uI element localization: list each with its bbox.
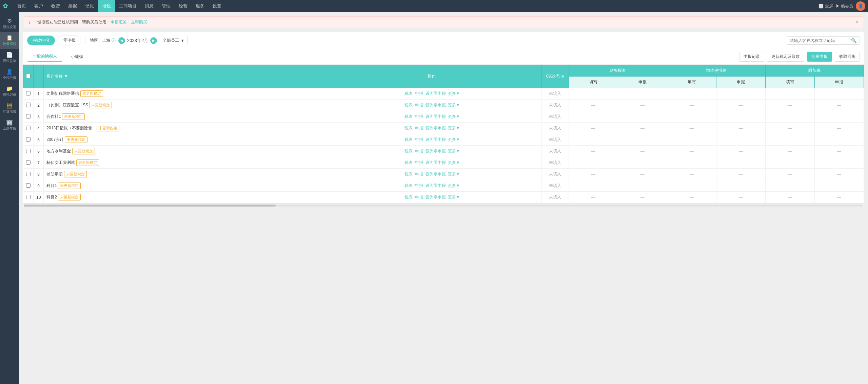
sidebar-item-batch-tax[interactable]: 📋 批量报税 (0, 32, 19, 49)
row-checkbox[interactable] (26, 195, 31, 199)
nav-business[interactable]: 工商项目 (115, 0, 141, 12)
sort-icon[interactable]: ▼ (64, 74, 68, 79)
nav-customer[interactable]: 客户 (30, 0, 47, 12)
sub-tab-general[interactable]: 一般的纳税人 (27, 52, 62, 62)
row-checkbox[interactable] (26, 172, 31, 176)
row-checkbox[interactable] (26, 126, 31, 130)
status-badge: 未更新税定 (89, 102, 112, 108)
op-tax-form[interactable]: 税表 (405, 114, 413, 119)
op-declare[interactable]: 申报 (415, 183, 423, 188)
tab-tax-declaration[interactable]: 税款申报 (27, 36, 55, 45)
op-zero-declare[interactable]: 设为零申报 (426, 160, 446, 165)
row-checkbox[interactable] (26, 91, 31, 95)
row-finance-declare: — (618, 111, 667, 123)
nav-tax[interactable]: 报税 (98, 0, 115, 12)
op-tax-form[interactable]: 税表 (405, 183, 413, 188)
op-tax-form[interactable]: 税表 (405, 172, 413, 176)
op-zero-declare[interactable]: 设为零申报 (426, 114, 446, 119)
op-more[interactable]: 更多▼ (448, 160, 460, 165)
op-tax-form[interactable]: 税表 (405, 160, 413, 165)
sidebar-item-tax-overview[interactable]: 📄 报税总览 (0, 49, 19, 66)
row-checkbox[interactable] (26, 149, 31, 153)
batch-declare-btn[interactable]: 批量申报 (807, 52, 832, 62)
nav-message[interactable]: 消息 (141, 0, 158, 12)
op-tax-form[interactable]: 税表 (405, 126, 413, 130)
op-more[interactable]: 更多▼ (448, 91, 460, 96)
nav-settings[interactable]: 设置 (209, 0, 225, 12)
op-more[interactable]: 更多▼ (448, 172, 460, 176)
select-all-checkbox[interactable] (26, 74, 31, 78)
fullscreen-btn[interactable]: ⬜ 全屏 (818, 3, 833, 9)
tab-zero-declaration[interactable]: 零申报 (58, 36, 81, 45)
op-zero-declare[interactable]: 设为零申报 (426, 195, 446, 199)
op-zero-declare[interactable]: 设为零申报 (426, 126, 446, 130)
row-add-declare: — (814, 180, 864, 192)
op-zero-declare[interactable]: 设为零申报 (426, 137, 446, 142)
op-more[interactable]: 更多▼ (448, 126, 460, 130)
op-declare[interactable]: 申报 (415, 195, 423, 199)
op-declare[interactable]: 申报 (415, 91, 423, 96)
op-declare[interactable]: 申报 (415, 114, 423, 119)
op-tax-form[interactable]: 税表 (405, 137, 413, 142)
op-more[interactable]: 更多▼ (448, 137, 460, 142)
row-name: 2007会计 未更新税定 (44, 134, 322, 146)
scrollbar-thumb[interactable] (24, 205, 276, 207)
nav-home[interactable]: 首页 (13, 0, 30, 12)
nav-operation[interactable]: 经营 (175, 0, 192, 12)
row-checkbox[interactable] (26, 114, 31, 119)
op-more[interactable]: 更多▼ (448, 195, 460, 199)
banner-link-purchase[interactable]: 立即购买 (131, 19, 147, 25)
table-row: 1 勿删新税网络通信 未更新税定 税表 申报 设为零申报 更多▼ 未填入 — —… (23, 88, 864, 100)
op-zero-declare[interactable]: 设为零申报 (426, 103, 446, 107)
date-next-btn[interactable]: ▶ (150, 37, 157, 44)
search-input[interactable] (787, 37, 848, 44)
nav-charge[interactable]: 收费 (47, 0, 64, 12)
search-button[interactable]: 🔍 (848, 37, 860, 44)
op-zero-declare[interactable]: 设为零申报 (426, 172, 446, 176)
row-checkbox[interactable] (26, 160, 31, 165)
info-icon[interactable]: ⓘ (112, 38, 116, 43)
op-declare[interactable]: 申报 (415, 137, 423, 142)
nav-service[interactable]: 服务 (192, 0, 209, 12)
update-tax-btn[interactable]: 更新税定及取数 (767, 52, 804, 62)
nav-accounting[interactable]: 记账 (81, 0, 98, 12)
op-declare[interactable]: 申报 (415, 103, 423, 107)
member-btn[interactable]: ▶ 畅会员 (836, 3, 853, 9)
date-prev-btn[interactable]: ◀ (118, 37, 125, 44)
op-more[interactable]: 更多▼ (448, 114, 460, 119)
op-declare[interactable]: 申报 (415, 149, 423, 153)
nav-invoice[interactable]: 票据 (64, 0, 81, 12)
op-more[interactable]: 更多▼ (448, 149, 460, 153)
op-more[interactable]: 更多▼ (448, 103, 460, 107)
op-declare[interactable]: 申报 (415, 160, 423, 165)
table-header-index (34, 65, 44, 88)
op-declare[interactable]: 申报 (415, 126, 423, 130)
banner-close-btn[interactable]: × (856, 20, 858, 25)
op-zero-declare[interactable]: 设为零申报 (426, 183, 446, 188)
staff-select[interactable]: 全部员工 ▼ (160, 36, 188, 45)
horizontal-scrollbar[interactable] (23, 203, 864, 207)
collect-receipt-btn[interactable]: 收取回执 (835, 52, 860, 62)
sidebar-item-annual-settlement[interactable]: 🧮 汇算清缴 (0, 100, 19, 116)
op-zero-declare[interactable]: 设为零申报 (426, 91, 446, 96)
op-tax-form[interactable]: 税表 (405, 103, 413, 107)
op-tax-form[interactable]: 税表 (405, 91, 413, 96)
sidebar: ⚙ 报税设置 📋 批量报税 📄 报税总览 👤 个税申报 📁 报税记录 🧮 汇算清… (0, 12, 19, 384)
op-tax-form[interactable]: 税表 (405, 195, 413, 199)
sidebar-item-personal-tax[interactable]: 👤 个税申报 (0, 66, 19, 83)
sub-tab-small[interactable]: 小规模 (65, 52, 89, 62)
sidebar-item-tax-settings[interactable]: ⚙ 报税设置 (0, 15, 19, 32)
op-more[interactable]: 更多▼ (448, 183, 460, 188)
banner-link-declaration[interactable]: 申报汇签 (111, 19, 127, 25)
op-tax-form[interactable]: 税表 (405, 149, 413, 153)
row-checkbox[interactable] (26, 103, 31, 107)
sidebar-item-tax-records[interactable]: 📁 报税记录 (0, 83, 19, 100)
nav-manage[interactable]: 管理 (158, 0, 175, 12)
row-checkbox[interactable] (26, 183, 31, 188)
sidebar-item-annual-report[interactable]: 🏢 工商年报 (0, 116, 19, 133)
declaration-record-btn[interactable]: 申报记录 (739, 52, 764, 62)
avatar[interactable]: 👤 (856, 1, 865, 11)
row-checkbox[interactable] (26, 137, 31, 142)
op-zero-declare[interactable]: 设为零申报 (426, 149, 446, 153)
op-declare[interactable]: 申报 (415, 172, 423, 176)
